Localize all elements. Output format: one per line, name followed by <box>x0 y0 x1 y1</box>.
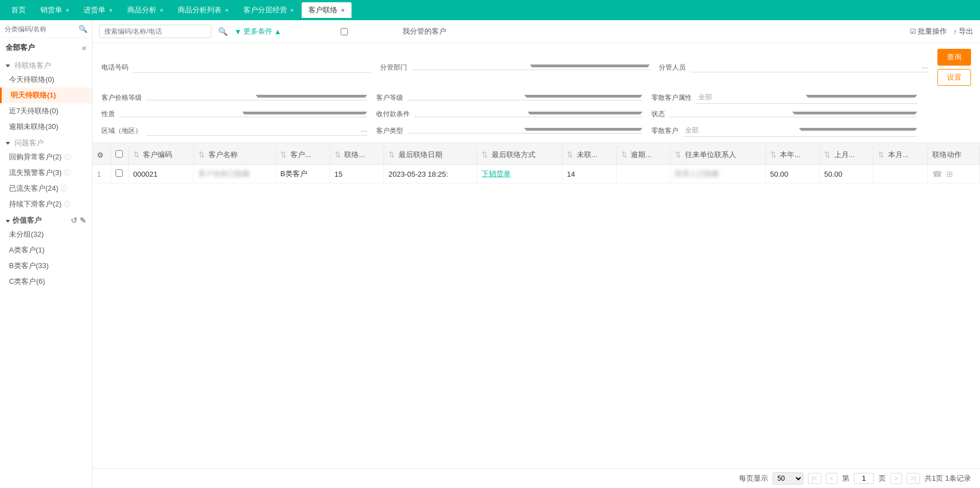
section-pending-contact[interactable]: 待联络客户 <box>0 57 92 72</box>
more-filter-button[interactable]: ▼ 更多条件 ▲ <box>234 26 281 36</box>
sidebar-item-7days-pending[interactable]: 近7天待联络(0) <box>0 103 92 119</box>
td-overdue <box>616 165 670 183</box>
filter-phone-input[interactable] <box>133 62 371 73</box>
col-uncontact[interactable]: ⇅ 未联... <box>562 145 616 165</box>
col-last-month-sort-icon: ⇅ <box>824 150 830 159</box>
sidebar-item-class-b[interactable]: B类客户(33) <box>0 258 92 274</box>
set-button[interactable]: 设置 <box>937 69 971 86</box>
sidebar-item-churn-warning[interactable]: 流失预警客户(3) ⓘ <box>0 165 92 181</box>
last-page-button[interactable]: >| <box>907 473 920 484</box>
select-all-checkbox[interactable] <box>115 150 123 158</box>
repurchase-abnormal-label: 回购异常客户(2) <box>9 152 62 162</box>
export-button[interactable]: ↑ 导出 <box>954 26 974 36</box>
page-number-input[interactable] <box>854 473 874 484</box>
col-contact-count[interactable]: ⇅ 联络... <box>330 145 383 165</box>
filter-price-level-select[interactable] <box>146 95 367 100</box>
sidebar-item-tomorrow-pending[interactable]: 明天待联络(1) <box>0 88 92 103</box>
filter-retail-attr-select[interactable]: 全部 <box>696 91 917 104</box>
filter-dept-select[interactable] <box>412 65 650 70</box>
sidebar-search-icon[interactable]: 🔍 <box>78 25 87 33</box>
col-last-date[interactable]: ⇅ 最后联络日期 <box>383 145 477 165</box>
sidebar-item-ungrouped[interactable]: 未分组(32) <box>0 227 92 242</box>
td-last-method[interactable]: 下销货单 <box>477 165 562 183</box>
last-method-link[interactable]: 下销货单 <box>482 169 511 178</box>
col-last-month[interactable]: ⇅ 上月... <box>819 145 873 165</box>
filter-payment: 收付款条件 <box>376 109 642 119</box>
filter-customer-level-label: 客户等级 <box>376 93 403 103</box>
page-suffix: 页 <box>879 473 886 484</box>
filter-manager-dots[interactable]: ··· <box>922 63 928 72</box>
nav-product-analysis-list-close[interactable]: × <box>225 7 228 13</box>
my-customer-checkbox-label[interactable]: 我分管的客户 <box>288 26 446 36</box>
sidebar-item-class-a[interactable]: A类客户(1) <box>0 242 92 258</box>
batch-operation-button[interactable]: ☑ 批量操作 <box>910 26 947 36</box>
section-value-customer[interactable]: 价值客户 ↺ ✎ <box>0 212 92 227</box>
filter-payment-chevron <box>528 112 642 117</box>
sidebar-all-customer[interactable]: 全部客户 « <box>0 38 92 57</box>
nav-product-analysis-list[interactable]: 商品分析列表 × <box>171 2 235 18</box>
refresh-value-icon[interactable]: ↺ <box>71 216 77 225</box>
col-overdue[interactable]: ⇅ 逾期... <box>616 145 670 165</box>
nav-customer-tier-close[interactable]: × <box>290 7 294 13</box>
col-code[interactable]: ⇅ 客户编码 <box>128 145 194 165</box>
sidebar-item-today-pending[interactable]: 今天待联络(0) <box>0 72 92 88</box>
nav-customer-contact[interactable]: 客户联络 × <box>302 2 351 18</box>
filter-customer-type-select[interactable] <box>408 128 642 133</box>
nav-product-analysis[interactable]: 商品分析 × <box>121 2 170 18</box>
filter-status-select[interactable] <box>669 112 917 117</box>
td-uncontact: 14 <box>562 165 616 183</box>
col-checkbox[interactable] <box>110 145 128 165</box>
nav-customer-contact-close[interactable]: × <box>341 7 344 13</box>
prev-page-button[interactable]: < <box>826 473 838 484</box>
search-button[interactable]: 🔍 <box>218 27 228 36</box>
sidebar-item-churned[interactable]: 已流失客户(24) ⓘ <box>0 181 92 196</box>
filter-retail-attr: 零散客户属性 全部 <box>651 91 917 104</box>
col-name[interactable]: ⇅ 客户名称 <box>194 145 276 165</box>
col-settings[interactable]: ⚙ <box>93 145 110 165</box>
section-problem-customer[interactable]: 问题客户 <box>0 135 92 149</box>
filter-region-dots[interactable]: ··· <box>361 126 368 135</box>
sidebar-item-declining[interactable]: 持续下滑客户(2) ⓘ <box>0 196 92 212</box>
chevron-up-icon: ▲ <box>274 27 281 36</box>
sidebar-item-overdue-contact[interactable]: 逾期未联络(30) <box>0 119 92 135</box>
sidebar-search-input[interactable] <box>4 25 76 33</box>
col-this-year[interactable]: ⇅ 本年... <box>765 145 819 165</box>
contact-action-icon[interactable]: ☎ <box>932 169 942 178</box>
class-a-label: A类客户(1) <box>9 245 45 255</box>
nav-product-analysis-label: 商品分析 <box>127 5 156 15</box>
sidebar-item-class-c[interactable]: C类客户(6) <box>0 274 92 289</box>
filter-payment-select[interactable] <box>414 112 642 117</box>
filter-retail-customer-select[interactable]: 全部 <box>683 125 917 137</box>
col-liaison[interactable]: ⇅ 往来单位联系人 <box>671 145 766 165</box>
my-customer-checkbox[interactable] <box>288 28 400 35</box>
class-c-label: C类客户(6) <box>9 277 45 287</box>
col-this-month[interactable]: ⇅ 本月... <box>873 145 927 165</box>
col-last-method[interactable]: ⇅ 最后联络方式 <box>477 145 562 165</box>
nav-sales-close[interactable]: × <box>66 7 69 13</box>
filter-customer-type-value <box>408 130 521 132</box>
collapse-icon[interactable]: « <box>82 43 86 52</box>
customer-table: ⚙ ⇅ 客户编码 ⇅ 客户名称 <box>93 145 980 183</box>
nav-customer-tier[interactable]: 客户分层经营 × <box>237 2 301 18</box>
filter-nature-select[interactable] <box>119 112 367 117</box>
col-last-method-sort-icon: ⇅ <box>482 150 488 159</box>
row-checkbox[interactable] <box>115 169 123 177</box>
edit-value-icon[interactable]: ✎ <box>80 216 86 225</box>
filter-customer-level-select[interactable] <box>408 95 642 100</box>
nav-product-analysis-close[interactable]: × <box>160 7 163 13</box>
nav-sales[interactable]: 销货单 × <box>34 2 76 18</box>
sidebar-item-repurchase-abnormal[interactable]: 回购异常客户(2) ⓘ <box>0 149 92 165</box>
nav-home[interactable]: 首页 <box>4 2 33 18</box>
more-action-icon[interactable]: ⊞ <box>946 169 953 178</box>
settings-gear-icon[interactable]: ⚙ <box>97 151 104 159</box>
search-input[interactable] <box>99 25 211 38</box>
nav-purchase-close[interactable]: × <box>109 7 112 13</box>
table-wrapper: ⚙ ⇅ 客户编码 ⇅ 客户名称 <box>93 145 980 468</box>
next-page-button[interactable]: > <box>890 473 902 484</box>
nav-purchase[interactable]: 进货单 × <box>77 2 119 18</box>
page-size-select[interactable]: 20 50 100 <box>773 472 803 485</box>
query-button[interactable]: 查询 <box>937 49 971 66</box>
first-page-button[interactable]: |< <box>808 473 821 484</box>
col-type[interactable]: ⇅ 客户... <box>276 145 330 165</box>
td-checkbox[interactable] <box>110 165 128 183</box>
